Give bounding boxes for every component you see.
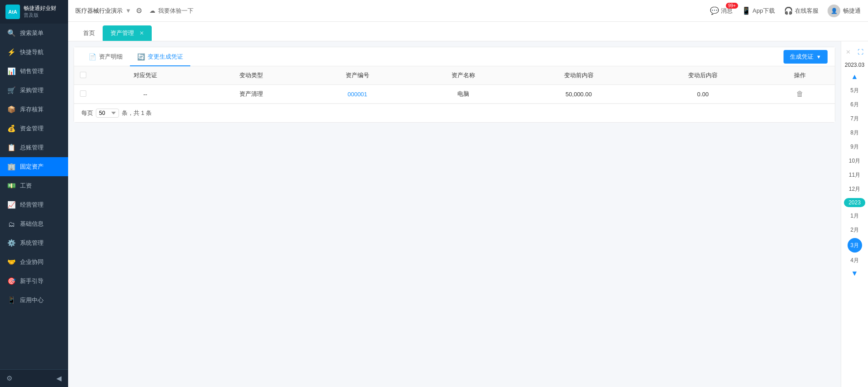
- tab-home-label: 首页: [83, 30, 95, 36]
- month-item-4月[interactable]: 4月: [841, 253, 868, 268]
- th-voucher: 对应凭证: [92, 66, 198, 85]
- select-all-checkbox[interactable]: [80, 72, 86, 78]
- tab-home[interactable]: 首页: [75, 25, 103, 41]
- guide-icon: 🎯: [7, 277, 15, 285]
- year-up-arrow[interactable]: ▲: [849, 71, 860, 83]
- message-badge: 99+: [726, 3, 738, 9]
- settings-icon[interactable]: ⚙: [6, 374, 12, 382]
- per-page-select[interactable]: 50 10 20 100: [96, 109, 119, 118]
- inner-panel: 📄 资产明细 🔄 变更生成凭证 生成凭证 ▼: [74, 47, 835, 123]
- app-download-button[interactable]: 📱 App下载: [742, 6, 775, 15]
- user-label: 畅捷通: [843, 7, 861, 15]
- collapse-icon[interactable]: ◀: [56, 374, 62, 382]
- th-before-change: 变动前内容: [516, 66, 641, 85]
- th-checkbox: [74, 66, 92, 85]
- sidebar-item-base-info[interactable]: 🗂基础信息: [0, 214, 68, 233]
- purchase-icon: 🛒: [7, 86, 15, 94]
- sidebar-item-search[interactable]: 🔍搜索菜单: [0, 24, 68, 43]
- delete-icon-0[interactable]: 🗑: [796, 90, 804, 98]
- right-panel-expand[interactable]: ⛶: [856, 47, 865, 57]
- month-item-1月[interactable]: 1月: [841, 209, 868, 223]
- quicknav-icon: ⚡: [7, 48, 15, 56]
- per-page-prefix: 每页: [81, 109, 93, 117]
- tab-close-icon[interactable]: ✕: [139, 30, 144, 36]
- year-down-arrow[interactable]: ▼: [849, 268, 860, 279]
- content-area: 📄 资产明细 🔄 变更生成凭证 生成凭证 ▼: [68, 41, 868, 387]
- topbar-gear-icon[interactable]: ⚙: [136, 6, 142, 15]
- sidebar-item-purchase[interactable]: 🛒采购管理: [0, 81, 68, 100]
- online-service-label: 在线客服: [795, 7, 818, 15]
- th-action: 操作: [765, 66, 835, 85]
- sidebar-label-purchase: 采购管理: [20, 86, 44, 94]
- month-item-9月[interactable]: 9月: [841, 140, 868, 154]
- right-panel-header: 2023.03: [843, 59, 866, 71]
- sidebar-label-finance: 资金管理: [20, 124, 44, 133]
- sidebar-item-guide[interactable]: 🎯新手引导: [0, 272, 68, 291]
- sidebar-item-quicknav[interactable]: ⚡快捷导航: [0, 43, 68, 62]
- month-item-3月[interactable]: 3月: [848, 238, 862, 253]
- th-asset-code: 资产编号: [304, 66, 411, 85]
- sidebar-label-ledger: 总账管理: [20, 144, 44, 152]
- change-voucher-icon: 🔄: [137, 53, 145, 60]
- table-footer: 每页 50 10 20 100 条，共 1 条: [74, 104, 835, 122]
- service-icon: 🎧: [784, 6, 793, 15]
- sub-tab-asset-detail[interactable]: 📄 资产明细: [81, 47, 130, 66]
- month-item-12月[interactable]: 12月: [841, 182, 868, 196]
- asset-table: 对应凭证 变动类型 资产编号 资产名称 变动前内容 变动后内容 操作 -- 资产…: [74, 66, 835, 104]
- logo-text: 畅捷通好业财: [24, 5, 56, 12]
- month-item-11月[interactable]: 11月: [841, 168, 868, 182]
- fixed-assets-icon: 🏢: [7, 163, 15, 171]
- sidebar-label-search: 搜索菜单: [20, 29, 44, 37]
- sidebar-label-fixed-assets: 固定资产: [20, 163, 44, 171]
- sidebar-item-payroll[interactable]: 💵工资: [0, 176, 68, 195]
- sidebar-scroll: 🔍搜索菜单⚡快捷导航📊销售管理🛒采购管理📦库存核算💰资金管理📋总账管理🏢固定资产…: [0, 24, 68, 369]
- sidebar-item-operations[interactable]: 📈经营管理: [0, 195, 68, 214]
- month-item-5月[interactable]: 5月: [841, 84, 868, 98]
- month-item-2月[interactable]: 2月: [841, 223, 868, 237]
- year-item-2023[interactable]: 2023: [844, 198, 865, 207]
- main: 医疗器械行业演示 ▼ ⚙ ☁ 我要体验一下 💬 消息 99+ 📱 App下载 🎧…: [68, 0, 868, 387]
- generate-voucher-button[interactable]: 生成凭证 ▼: [784, 50, 828, 64]
- row-asset-code-0: 000001: [304, 85, 411, 104]
- sidebar-item-ledger[interactable]: 📋总账管理: [0, 138, 68, 157]
- th-after-change: 变动后内容: [641, 66, 765, 85]
- sidebar-item-sales[interactable]: 📊销售管理: [0, 62, 68, 81]
- user-button[interactable]: 👤 畅捷通: [828, 5, 861, 17]
- topbar-right: 💬 消息 99+ 📱 App下载 🎧 在线客服 👤 畅捷通: [710, 5, 861, 17]
- sub-tabs: 📄 资产明细 🔄 变更生成凭证 生成凭证 ▼: [74, 47, 835, 66]
- tab-asset-mgmt[interactable]: 资产管理 ✕: [103, 25, 152, 41]
- sidebar-bottom: ⚙ ◀: [0, 369, 68, 387]
- base-info-icon: 🗂: [7, 220, 15, 228]
- sidebar-item-fixed-assets[interactable]: 🏢固定资产: [0, 157, 68, 176]
- month-item-8月[interactable]: 8月: [841, 126, 868, 140]
- row-after-change-0: 0.00: [641, 85, 765, 104]
- sub-tab-asset-detail-label: 资产明细: [99, 53, 123, 61]
- sidebar-item-inventory[interactable]: 📦库存核算: [0, 100, 68, 119]
- month-item-7月[interactable]: 7月: [841, 112, 868, 126]
- cloud-icon: ☁: [149, 7, 155, 14]
- month-item-6月[interactable]: 6月: [841, 98, 868, 112]
- row-checkbox-0[interactable]: [80, 90, 86, 97]
- system-icon: ⚙️: [7, 239, 15, 247]
- sidebar-item-cooperation[interactable]: 🤝企业协同: [0, 253, 68, 272]
- topbar-try-button[interactable]: ☁ 我要体验一下: [149, 7, 193, 15]
- right-panel-close[interactable]: ✕: [844, 47, 853, 57]
- th-asset-name: 资产名称: [411, 66, 517, 85]
- app-center-icon: 📱: [7, 296, 15, 304]
- sidebar-item-finance[interactable]: 💰资金管理: [0, 119, 68, 138]
- sidebar-item-app-center[interactable]: 📱应用中心: [0, 291, 68, 310]
- sidebar-label-sales: 销售管理: [20, 67, 44, 75]
- sidebar-item-system[interactable]: ⚙️系统管理: [0, 233, 68, 253]
- online-service-button[interactable]: 🎧 在线客服: [784, 6, 818, 15]
- logo-sub: 普及版: [24, 12, 56, 19]
- sub-tab-change-voucher[interactable]: 🔄 变更生成凭证: [130, 47, 190, 66]
- row-before-change-0: 50,000.00: [516, 85, 641, 104]
- month-item-10月[interactable]: 10月: [841, 154, 868, 168]
- company-name: 医疗器械行业演示: [75, 7, 123, 15]
- sidebar-label-operations: 经营管理: [20, 201, 44, 209]
- sidebar-label-cooperation: 企业协同: [20, 258, 44, 266]
- topbar-company[interactable]: 医疗器械行业演示 ▼: [75, 7, 131, 15]
- page-body: 📄 资产明细 🔄 变更生成凭证 生成凭证 ▼: [68, 41, 841, 387]
- sidebar-label-payroll: 工资: [20, 182, 32, 190]
- message-button[interactable]: 💬 消息 99+: [710, 6, 733, 15]
